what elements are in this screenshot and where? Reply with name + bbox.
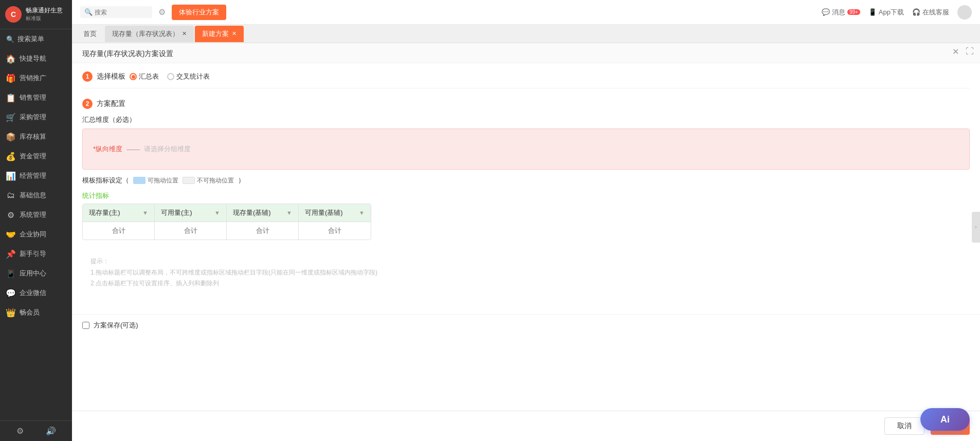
message-button[interactable]: 💬 消息 99+ [822, 8, 860, 17]
sidebar-item-system[interactable]: ⚙ 系统管理 [0, 205, 72, 225]
stats-cell-3: 合计 [227, 222, 299, 240]
cart-icon: 🛒 [6, 113, 15, 122]
dimension-section: 汇总维度（必选） *纵向维度 —— 请选择分组维度 [82, 115, 970, 170]
app-logo-icon: C [5, 6, 22, 23]
sidebar-item-finance[interactable]: 💰 资金管理 [0, 146, 72, 166]
mobile-icon: 📱 [6, 269, 15, 278]
indicator-settings-suffix: ） [238, 176, 245, 185]
search-icon: 🔍 [84, 8, 93, 16]
box-icon: 📦 [6, 132, 15, 141]
home-icon: 🏠 [6, 54, 15, 63]
sidebar-item-enterprise[interactable]: 🤝 企业协同 [0, 225, 72, 244]
sound-bottom-icon[interactable]: 🔊 [46, 426, 56, 436]
dimension-placeholder: 请选择分组维度 [144, 144, 191, 154]
sidebar-item-quick-nav[interactable]: 🏠 快捷导航 [0, 49, 72, 68]
right-collapse-handle[interactable]: › [972, 212, 980, 243]
legend-draggable-label: 可拖动位置 [148, 176, 178, 185]
gear-icon[interactable]: ⚙ [158, 7, 166, 17]
stats-col-1[interactable]: 现存量(主) ▼ [83, 204, 155, 222]
radio-cross-label: 交叉统计表 [176, 72, 210, 81]
tips-item-1: 1.拖动标题栏可以调整布局，不可跨维度或指标区域拖动栏目字段(只能在同一维度或指… [90, 267, 961, 279]
settings-bottom-icon[interactable]: ⚙ [16, 426, 24, 436]
stats-col-2[interactable]: 可用量(主) ▼ [155, 204, 227, 222]
sidebar-item-marketing[interactable]: 🎁 营销推广 [0, 68, 72, 88]
stats-col-4[interactable]: 可用量(基辅) ▼ [299, 204, 371, 222]
stats-col-1-label: 现存量(主) [89, 208, 120, 217]
legend-non-draggable: 不可拖动位置 [183, 176, 234, 185]
stats-col-3[interactable]: 现存量(基辅) ▼ [227, 204, 299, 222]
chevron-down-icon-4: ▼ [359, 210, 365, 216]
save-checkbox[interactable] [82, 322, 89, 329]
panel-controls: ✕ ⛶ [945, 43, 980, 60]
sidebar-item-label: 新手引导 [20, 249, 46, 259]
indicator-settings-row: 模板指标设定（ 可拖动位置 不可拖动位置 ） [82, 176, 970, 185]
tab-inventory-label: 现存量（库存状况表） [112, 29, 179, 39]
section-config: 2 方案配置 汇总维度（必选） *纵向维度 —— 请选择分组维度 模板指标设定（ [82, 99, 970, 296]
tab-new-scheme[interactable]: 新建方案 ✕ [195, 26, 244, 42]
download-icon: 📱 [868, 8, 877, 16]
save-checkbox-label: 方案保存(可选) [94, 321, 138, 330]
trial-button[interactable]: 体验行业方案 [172, 5, 226, 20]
section1-num: 1 [82, 71, 93, 82]
sidebar-item-app-center[interactable]: 📱 应用中心 [0, 264, 72, 283]
stats-cell-4: 合计 [299, 222, 371, 240]
sidebar-item-operation[interactable]: 📊 经营管理 [0, 166, 72, 186]
dimension-required-marker: *纵向维度 [93, 144, 122, 154]
finance-icon: 💰 [6, 152, 15, 161]
sidebar-search-label: 搜索菜单 [17, 34, 44, 44]
tab-new-scheme-label: 新建方案 [202, 29, 229, 39]
sidebar-item-label: 应用中心 [20, 269, 46, 278]
tab-home[interactable]: 首页 [76, 26, 104, 42]
topbar-search-box[interactable]: 🔍 [80, 6, 152, 18]
ai-fab-button[interactable]: Ai [920, 408, 970, 431]
tab-home-label: 首页 [83, 29, 97, 39]
tab-inventory-status[interactable]: 现存量（库存状况表） ✕ [105, 26, 194, 42]
folder-icon: 🗂 [6, 191, 15, 200]
sidebar-item-label: 畅会员 [20, 308, 40, 317]
action-bar: 取消 查询 [72, 411, 980, 441]
radio-summary[interactable]: 汇总表 [130, 72, 159, 81]
sidebar: C 畅康通好生意 标准版 🔍 搜索菜单 🏠 快捷导航 🎁 营销推广 📋 销售管理… [0, 0, 72, 441]
sidebar-search[interactable]: 🔍 搜索菜单 [0, 29, 72, 49]
sidebar-bottom: ⚙ 🔊 [0, 420, 72, 441]
sidebar-item-member[interactable]: 👑 畅会员 [0, 303, 72, 322]
tab-new-scheme-close-icon[interactable]: ✕ [232, 30, 237, 37]
chevron-down-icon-1: ▼ [142, 210, 148, 216]
message-icon: 💬 [822, 8, 830, 16]
sidebar-item-sales[interactable]: 📋 销售管理 [0, 88, 72, 107]
sidebar-item-newbie[interactable]: 📌 新手引导 [0, 244, 72, 264]
user-avatar[interactable] [957, 5, 972, 20]
close-panel-icon[interactable]: ✕ [949, 45, 961, 58]
legend-non-draggable-label: 不可拖动位置 [197, 176, 234, 185]
service-icon: 🎧 [912, 8, 920, 16]
sidebar-item-inventory[interactable]: 📦 库存核算 [0, 127, 72, 146]
stats-cell-1: 合计 [83, 222, 155, 240]
sidebar-item-purchase[interactable]: 🛒 采购管理 [0, 107, 72, 127]
gift-icon: 🎁 [6, 74, 15, 83]
search-icon: 🔍 [6, 35, 14, 43]
chevron-right-icon: › [975, 224, 976, 230]
stats-table: 现存量(主) ▼ 可用量(主) ▼ 现存量(基辅) ▼ [82, 204, 371, 240]
stats-table-header: 现存量(主) ▼ 可用量(主) ▼ 现存量(基辅) ▼ [83, 204, 371, 222]
indicator-settings-text: 模板指标设定（ [82, 176, 129, 185]
section1-label: 选择模板 [97, 72, 125, 81]
customer-service-button[interactable]: 🎧 在线客服 [912, 8, 949, 17]
expand-panel-icon[interactable]: ⛶ [964, 45, 976, 58]
panel-title: 现存量(库存状况表)方案设置 [82, 49, 173, 58]
cancel-button[interactable]: 取消 [884, 417, 924, 435]
sidebar-item-label: 资金管理 [20, 152, 46, 161]
dimension-area[interactable]: *纵向维度 —— 请选择分组维度 [82, 128, 970, 170]
panel-body: 1 选择模板 汇总表 交叉统计表 [72, 63, 980, 314]
radio-cross[interactable]: 交叉统计表 [167, 72, 210, 81]
tab-inventory-close-icon[interactable]: ✕ [182, 30, 187, 37]
panel-header: 现存量(库存状况表)方案设置 ✕ ⛶ [72, 43, 980, 63]
guide-icon: 📌 [6, 249, 15, 259]
sidebar-item-enterprise-wx[interactable]: 💬 企业微信 [0, 283, 72, 303]
ai-fab-label: Ai [940, 414, 950, 425]
search-input[interactable] [95, 9, 146, 16]
app-version: 标准版 [26, 15, 63, 22]
stats-col-2-label: 可用量(主) [161, 208, 192, 217]
stats-cell-2: 合计 [155, 222, 227, 240]
app-download-button[interactable]: 📱 App下载 [868, 8, 904, 17]
sidebar-item-basic-info[interactable]: 🗂 基础信息 [0, 186, 72, 205]
